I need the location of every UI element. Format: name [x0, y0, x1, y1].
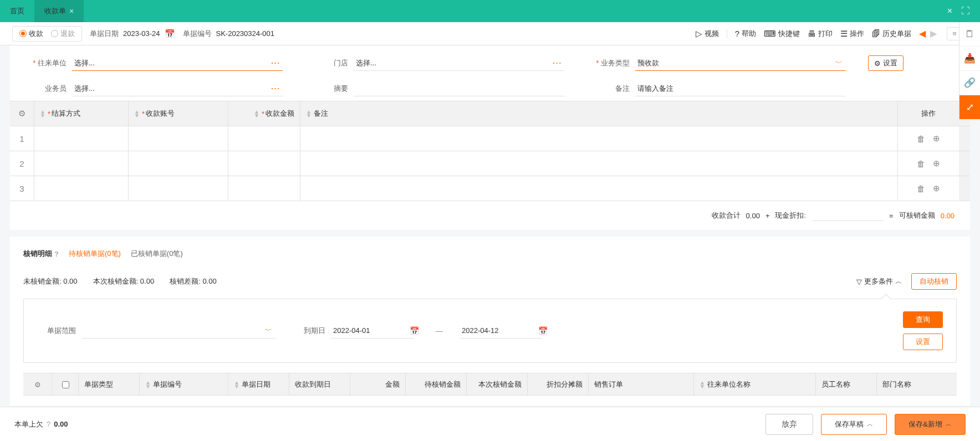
- save-draft-button[interactable]: 保存草稿︿: [821, 414, 887, 435]
- wo-grid-settings-icon[interactable]: ⚙: [23, 373, 52, 396]
- cell-amount[interactable]: [228, 151, 300, 176]
- field-due-to: 2022-04-12 📅: [460, 323, 548, 339]
- select-doc-range[interactable]: ﹀: [81, 323, 275, 339]
- field-biztype: 业务类型 预收款﹀: [586, 55, 846, 71]
- picker-icon[interactable]: ···: [271, 59, 280, 67]
- tab-receipt[interactable]: 收款单 ×: [34, 0, 84, 22]
- cell-amount[interactable]: [228, 176, 300, 201]
- row-delete-icon[interactable]: 🗑: [917, 134, 925, 143]
- chevron-down-icon: ﹀: [835, 58, 843, 68]
- mode-receive[interactable]: 收款: [19, 29, 43, 39]
- chevron-up-icon: ︿: [867, 420, 873, 428]
- field-store: 门店 选择...···: [305, 55, 564, 71]
- link-help[interactable]: ?帮助: [735, 29, 756, 39]
- grid-row: 2🗑⊕: [10, 151, 970, 176]
- field-due-from: 到期日 2022-04-01 📅: [292, 323, 419, 339]
- cell-settlement[interactable]: [34, 126, 129, 151]
- input-summary[interactable]: [354, 81, 564, 96]
- mode-switch: 收款 退款: [12, 26, 82, 42]
- gear-icon: ⚙: [874, 59, 881, 68]
- input-store[interactable]: 选择...···: [354, 55, 564, 71]
- overdue-value: 0.00: [54, 420, 68, 428]
- row-delete-icon[interactable]: 🗑: [917, 184, 925, 193]
- payment-grid: ⚙ ▲▼*结算方式 ▲▼*收款账号 ▲▼*收款金额 ▲▼备注 操作 1🗑⊕2🗑⊕…: [10, 101, 970, 201]
- input-due-to[interactable]: 2022-04-12: [460, 323, 543, 339]
- wo-tab-pending[interactable]: 待核销单据(0笔): [69, 247, 121, 261]
- cell-remark[interactable]: [300, 126, 898, 151]
- wo-select-all[interactable]: [62, 381, 69, 388]
- right-dock: 🗒 📥 🔗 ⤢: [959, 22, 980, 120]
- input-partner[interactable]: 选择...···: [72, 55, 283, 71]
- link-print[interactable]: 🖶打印: [808, 29, 833, 39]
- picker-icon[interactable]: ···: [553, 59, 562, 67]
- wo-tab-done[interactable]: 已核销单据(0笔): [131, 247, 183, 261]
- input-due-from[interactable]: 2022-04-01: [331, 323, 414, 339]
- window-fullscreen-icon[interactable]: ⛶: [961, 6, 970, 16]
- save-new-button[interactable]: 保存&新增︿: [895, 414, 966, 435]
- cell-account[interactable]: [129, 151, 228, 176]
- grid-settings-icon[interactable]: ⚙: [10, 101, 34, 126]
- picker-icon[interactable]: ···: [271, 84, 280, 93]
- help-icon[interactable]: ?: [54, 250, 59, 258]
- input-salesman[interactable]: 选择...···: [72, 81, 283, 96]
- dock-attach-icon[interactable]: 🔗: [959, 71, 981, 95]
- help-icon[interactable]: ?: [47, 420, 50, 428]
- link-hotkeys[interactable]: ⌨快捷键: [764, 29, 800, 39]
- window-controls: × ⛶: [937, 0, 980, 22]
- window-close-icon[interactable]: ×: [947, 6, 952, 16]
- dock-note-icon[interactable]: 🗒: [959, 22, 981, 47]
- cell-remark[interactable]: [300, 176, 898, 201]
- input-remark[interactable]: 请输入备注: [635, 81, 846, 96]
- input-cash-discount[interactable]: [811, 210, 884, 221]
- play-icon: ▷: [696, 29, 702, 39]
- auto-writeoff-button[interactable]: 自动核销: [911, 273, 957, 290]
- dock-expand-icon[interactable]: ⤢: [959, 95, 981, 120]
- cell-settlement[interactable]: [34, 176, 129, 201]
- cell-account[interactable]: [129, 176, 228, 201]
- settings-button[interactable]: ⚙设置: [868, 55, 904, 71]
- grid-row: 3🗑⊕: [10, 176, 970, 201]
- mode-refund[interactable]: 退款: [51, 29, 75, 39]
- doc-no: 单据编号 SK-20230324-001: [183, 29, 275, 39]
- dock-import-icon[interactable]: 📥: [959, 47, 981, 71]
- cell-remark[interactable]: [300, 151, 898, 176]
- next-icon[interactable]: ▶: [930, 28, 937, 39]
- main-card: 往来单位 选择...··· 门店 选择...··· 业务类型 预收款﹀ ⚙设置 …: [10, 45, 970, 230]
- calendar-icon[interactable]: 📅: [165, 29, 175, 39]
- total-sum: 0.00: [746, 212, 760, 220]
- keyboard-icon: ⌨: [764, 29, 776, 39]
- link-ops[interactable]: ☰操作: [840, 29, 864, 39]
- link-history[interactable]: 🗐历史单据: [872, 29, 911, 39]
- form: 往来单位 选择...··· 门店 选择...··· 业务类型 预收款﹀ ⚙设置 …: [10, 45, 970, 101]
- query-button[interactable]: 查询: [903, 311, 943, 328]
- history-icon: 🗐: [872, 29, 880, 38]
- row-delete-icon[interactable]: 🗑: [917, 159, 925, 168]
- tab-bar: 首页 收款单 × × ⛶: [0, 0, 980, 22]
- prev-icon[interactable]: ◀: [919, 28, 926, 39]
- discard-button[interactable]: 放弃: [765, 414, 813, 435]
- print-icon: 🖶: [808, 29, 816, 38]
- row-index: 2: [10, 151, 34, 176]
- tab-receipt-label: 收款单: [44, 6, 66, 16]
- cell-settlement[interactable]: [34, 151, 129, 176]
- writeoff-title: 核销明细?: [23, 249, 59, 259]
- link-video[interactable]: ▷视频: [696, 29, 719, 39]
- row-index: 3: [10, 176, 34, 201]
- row-add-icon[interactable]: ⊕: [933, 158, 940, 168]
- history-nav: ◀ ▶: [919, 28, 937, 39]
- field-partner: 往来单位 选择...···: [23, 55, 283, 71]
- cell-amount[interactable]: [228, 126, 300, 151]
- tab-close-icon[interactable]: ×: [69, 7, 74, 16]
- filter-settings-button[interactable]: 设置: [903, 334, 943, 350]
- cell-account[interactable]: [129, 126, 228, 151]
- select-biztype[interactable]: 预收款﹀: [635, 55, 846, 71]
- row-add-icon[interactable]: ⊕: [933, 134, 940, 143]
- filter-icon: ▽: [856, 278, 862, 286]
- row-add-icon[interactable]: ⊕: [933, 183, 940, 193]
- ops-icon: ☰: [840, 29, 848, 39]
- tab-home[interactable]: 首页: [0, 0, 34, 22]
- more-conditions-toggle[interactable]: ▽更多条件︿: [856, 276, 902, 286]
- chevron-up-icon: ︿: [946, 420, 952, 428]
- field-remark: 备注 请输入备注: [586, 81, 846, 96]
- doc-date: 单据日期 2023-03-24 📅: [90, 29, 175, 39]
